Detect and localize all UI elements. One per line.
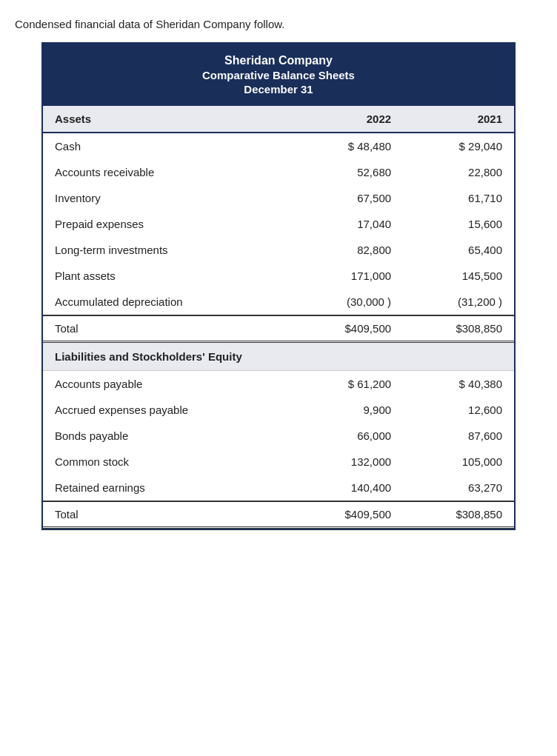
- liability-2021: 87,600: [403, 423, 514, 449]
- liability-row: Accrued expenses payable 9,900 12,600: [43, 397, 514, 423]
- asset-2021: (31,200 ): [403, 289, 514, 315]
- liability-label: Retained earnings: [43, 475, 292, 501]
- asset-label: Accounts receivable: [43, 159, 292, 185]
- asset-2022: 171,000: [292, 263, 403, 289]
- asset-row: Accumulated depreciation (30,000 ) (31,2…: [43, 289, 514, 315]
- assets-total-2022: $409,500: [292, 315, 403, 342]
- liability-2021: 63,270: [403, 475, 514, 501]
- asset-row: Accounts receivable 52,680 22,800: [43, 159, 514, 185]
- liability-2022: 66,000: [292, 423, 403, 449]
- asset-label: Cash: [43, 133, 292, 159]
- asset-2022: (30,000 ): [292, 289, 403, 315]
- liability-label: Accrued expenses payable: [43, 397, 292, 423]
- liability-2022: 132,000: [292, 449, 403, 475]
- asset-2022: 17,040: [292, 211, 403, 237]
- liability-row: Bonds payable 66,000 87,600: [43, 423, 514, 449]
- asset-2022: 67,500: [292, 185, 403, 211]
- asset-label: Accumulated depreciation: [43, 289, 292, 315]
- asset-label: Prepaid expenses: [43, 211, 292, 237]
- liability-2021: 12,600: [403, 397, 514, 423]
- asset-label: Inventory: [43, 185, 292, 211]
- liability-2022: 9,900: [292, 397, 403, 423]
- table-date: December 31: [50, 83, 507, 96]
- assets-total-label: Total: [43, 315, 292, 342]
- liability-2021: 105,000: [403, 449, 514, 475]
- asset-2021: $ 29,040: [403, 133, 514, 159]
- liabilities-header-label: Liabilities and Stockholders' Equity: [43, 342, 514, 371]
- asset-2022: 52,680: [292, 159, 403, 185]
- asset-2021: 22,800: [403, 159, 514, 185]
- asset-row: Prepaid expenses 17,040 15,600: [43, 211, 514, 237]
- asset-2021: 61,710: [403, 185, 514, 211]
- asset-2022: 82,800: [292, 237, 403, 263]
- financial-table: Sheridan Company Comparative Balance She…: [41, 42, 516, 530]
- asset-2021: 15,600: [403, 211, 514, 237]
- col-assets: Assets: [43, 106, 292, 133]
- liabilities-section-header: Liabilities and Stockholders' Equity: [43, 342, 514, 371]
- asset-row: Long-term investments 82,800 65,400: [43, 237, 514, 263]
- liability-2022: $ 61,200: [292, 371, 403, 398]
- col-2021: 2021: [403, 106, 514, 133]
- asset-2022: $ 48,480: [292, 133, 403, 159]
- liabilities-total-label: Total: [43, 501, 292, 528]
- assets-total-row: Total $409,500 $308,850: [43, 315, 514, 342]
- liability-row: Retained earnings 140,400 63,270: [43, 475, 514, 501]
- asset-row: Inventory 67,500 61,710: [43, 185, 514, 211]
- liability-label: Common stock: [43, 449, 292, 475]
- liability-2021: $ 40,380: [403, 371, 514, 398]
- liabilities-total-2021: $308,850: [403, 501, 514, 528]
- company-name: Sheridan Company: [50, 54, 507, 67]
- assets-total-2021: $308,850: [403, 315, 514, 342]
- asset-2021: 65,400: [403, 237, 514, 263]
- asset-label: Long-term investments: [43, 237, 292, 263]
- liability-row: Accounts payable $ 61,200 $ 40,380: [43, 371, 514, 398]
- asset-row: Cash $ 48,480 $ 29,040: [43, 133, 514, 159]
- liability-label: Accounts payable: [43, 371, 292, 398]
- liability-2022: 140,400: [292, 475, 403, 501]
- col-2022: 2022: [292, 106, 403, 133]
- column-headers: Assets 2022 2021: [43, 106, 514, 133]
- liability-row: Common stock 132,000 105,000: [43, 449, 514, 475]
- liabilities-total-row: Total $409,500 $308,850: [43, 501, 514, 528]
- intro-text: Condensed financial data of Sheridan Com…: [15, 18, 542, 30]
- liabilities-total-2022: $409,500: [292, 501, 403, 528]
- asset-2021: 145,500: [403, 263, 514, 289]
- table-subtitle: Comparative Balance Sheets: [50, 69, 507, 81]
- liability-label: Bonds payable: [43, 423, 292, 449]
- asset-row: Plant assets 171,000 145,500: [43, 263, 514, 289]
- asset-label: Plant assets: [43, 263, 292, 289]
- table-header: Sheridan Company Comparative Balance She…: [43, 44, 514, 106]
